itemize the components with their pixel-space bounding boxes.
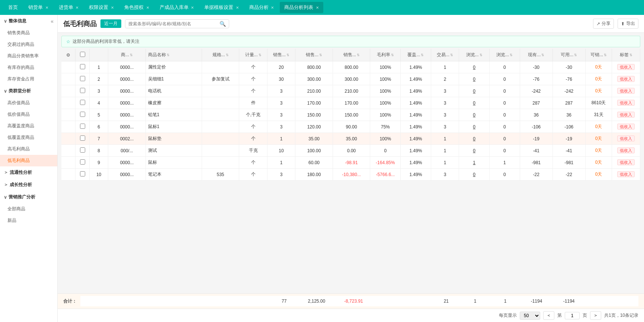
- close-icon[interactable]: ✕: [45, 6, 48, 10]
- sidebar-item-in-stock[interactable]: 有库存的商品: [0, 62, 57, 73]
- sidebar-item-high-margin[interactable]: 高毛利商品: [0, 143, 57, 155]
- close-icon[interactable]: ✕: [191, 6, 194, 10]
- close-icon[interactable]: ✕: [146, 6, 149, 10]
- close-icon[interactable]: ✕: [76, 6, 79, 10]
- td-spec: [202, 109, 239, 121]
- nav-item-sales[interactable]: 销货单 ✕: [24, 2, 53, 13]
- footer-browse2: 1: [490, 296, 520, 306]
- th-unit[interactable]: 计量...⇅: [239, 49, 267, 61]
- sidebar-group-overall[interactable]: ∨ 整体信息 «: [0, 15, 57, 27]
- row-checkbox[interactable]: [80, 76, 85, 81]
- table-row: 9 0000... 鼠标 个 1 60.00 -98.91 -164.85% 1…: [61, 157, 640, 169]
- browse-link[interactable]: 0: [473, 77, 475, 82]
- close-icon[interactable]: ✕: [236, 6, 239, 10]
- close-icon[interactable]: ✕: [316, 6, 319, 10]
- row-checkbox[interactable]: [80, 100, 85, 105]
- browse-link[interactable]: 1: [473, 160, 475, 165]
- th-code[interactable]: 商...⇅: [108, 49, 146, 61]
- th-gross-rate[interactable]: 毛利率⇅: [370, 49, 401, 61]
- th-settings[interactable]: ⚙: [61, 49, 76, 61]
- browse-link[interactable]: 0: [473, 172, 475, 177]
- td-sales-price: 170.00: [295, 97, 333, 109]
- sidebar-item-high-coverage[interactable]: 高覆盖度商品: [0, 120, 57, 132]
- filter-period-button[interactable]: 近一月: [100, 19, 121, 28]
- nav-item-template[interactable]: 单据模板设置 ✕: [200, 2, 243, 13]
- main-layout: ∨ 整体信息 « 销售类商品 交易过的商品 商品分类销售率 有库存的商品 库存资…: [0, 15, 644, 322]
- nav-item-product-analysis[interactable]: 商品分析 ✕: [245, 2, 279, 13]
- th-stock-avail[interactable]: 可用...⇅: [552, 49, 585, 61]
- sidebar-item-sales-products[interactable]: 销售类商品: [0, 27, 57, 39]
- sidebar-item-capital[interactable]: 库存资金占用: [0, 73, 57, 85]
- share-button[interactable]: ↗ 分享: [593, 19, 614, 29]
- td-stock-avail: -30: [552, 61, 585, 73]
- sidebar-item-new-products[interactable]: 新品: [0, 215, 57, 226]
- td-settings: [61, 97, 76, 109]
- th-tag[interactable]: 标签⇅: [612, 49, 640, 61]
- page-input[interactable]: [565, 312, 580, 319]
- browse-link[interactable]: 0: [473, 65, 475, 70]
- nav-item-permission[interactable]: 权限设置 ✕: [84, 2, 118, 13]
- th-sales-price[interactable]: 销售...⇅: [295, 49, 333, 61]
- td-seq: 10: [89, 169, 108, 181]
- th-browse2[interactable]: 浏览...⇅: [490, 49, 520, 61]
- row-checkbox[interactable]: [80, 64, 85, 69]
- collapse-icon[interactable]: «: [51, 18, 54, 24]
- pagination-bar: 每页显示 50 20 100 ＜ 第 页 ＞ 共1页，10条记录: [58, 309, 644, 322]
- row-checkbox[interactable]: [80, 88, 85, 93]
- nav-item-role[interactable]: 角色授权 ✕: [120, 2, 154, 13]
- th-stock-current[interactable]: 现有...⇅: [520, 49, 552, 61]
- nav-item-home[interactable]: 首页: [4, 2, 22, 13]
- row-checkbox[interactable]: [80, 147, 85, 153]
- td-sales-profit: -10,380...: [333, 169, 370, 181]
- browse-link[interactable]: 0: [473, 136, 475, 141]
- next-page-button[interactable]: ＞: [590, 311, 601, 320]
- page-size-select[interactable]: 50 20 100: [520, 312, 540, 320]
- sidebar-item-low-value[interactable]: 低价值商品: [0, 109, 57, 120]
- th-spec[interactable]: 规格...⇅: [202, 49, 239, 61]
- browse-link[interactable]: 0: [473, 89, 475, 94]
- td-browse1: 0: [459, 61, 490, 73]
- sidebar-item-high-value[interactable]: 高价值商品: [0, 97, 57, 109]
- row-checkbox[interactable]: [80, 159, 85, 165]
- select-all-checkbox[interactable]: [80, 52, 85, 57]
- search-input[interactable]: [128, 21, 220, 26]
- sidebar-item-category-rate[interactable]: 商品分类销售率: [0, 50, 57, 62]
- nav-item-purchase[interactable]: 进货单 ✕: [54, 2, 83, 13]
- row-checkbox[interactable]: [80, 112, 85, 117]
- sidebar-group-marketing[interactable]: ∨ 营销推广分析: [0, 191, 57, 203]
- nav-item-product-inbound[interactable]: 产成品入库单 ✕: [155, 2, 199, 13]
- td-name: 橡皮擦: [145, 97, 202, 109]
- sidebar-item-low-coverage[interactable]: 低覆盖度商品: [0, 132, 57, 143]
- row-checkbox[interactable]: [80, 171, 85, 176]
- prev-page-button[interactable]: ＜: [543, 311, 554, 320]
- browse-link[interactable]: 0: [473, 101, 475, 106]
- td-check: [76, 157, 90, 169]
- row-checkbox[interactable]: [80, 124, 85, 129]
- th-stock-sale[interactable]: 可销...⇅: [585, 49, 612, 61]
- close-icon[interactable]: ✕: [111, 6, 114, 10]
- th-name[interactable]: 商品名称⇅: [145, 49, 202, 61]
- sidebar-group-liquidity-label: 流通性分析: [10, 169, 32, 176]
- sidebar-item-low-margin[interactable]: 低毛利商品: [0, 155, 57, 166]
- nav-item-product-analysis-list[interactable]: 商品分析列表 ✕: [280, 2, 323, 13]
- th-sales-profit[interactable]: 销售...⇅: [333, 49, 370, 61]
- th-trade[interactable]: 交易...⇅: [431, 49, 459, 61]
- browse-link[interactable]: 0: [473, 112, 475, 118]
- th-browse1[interactable]: 浏览...⇅: [459, 49, 490, 61]
- gear-icon[interactable]: ⚙: [66, 52, 70, 58]
- close-icon[interactable]: ✕: [271, 6, 274, 10]
- sidebar-group-liquidity[interactable]: ＞ 流通性分析: [0, 166, 57, 179]
- browse-link[interactable]: 0: [473, 124, 475, 130]
- sidebar-item-traded-products[interactable]: 交易过的商品: [0, 39, 57, 50]
- td-unit: 件: [239, 97, 267, 109]
- td-browse1: 0: [459, 85, 490, 97]
- browse-link[interactable]: 0: [473, 148, 475, 153]
- sidebar-group-growth[interactable]: ＞ 成长性分析: [0, 179, 57, 191]
- export-button[interactable]: ⬆ 导出: [618, 19, 638, 29]
- sidebar-group-cluster[interactable]: ∨ 类群堂分析: [0, 85, 57, 97]
- td-sales-qty: 3: [267, 85, 295, 97]
- th-coverage[interactable]: 覆盖...⇅: [401, 49, 431, 61]
- row-checkbox[interactable]: [80, 136, 85, 141]
- sidebar-item-all-products[interactable]: 全部商品: [0, 203, 57, 215]
- th-sales-qty[interactable]: 销售...⇅: [267, 49, 295, 61]
